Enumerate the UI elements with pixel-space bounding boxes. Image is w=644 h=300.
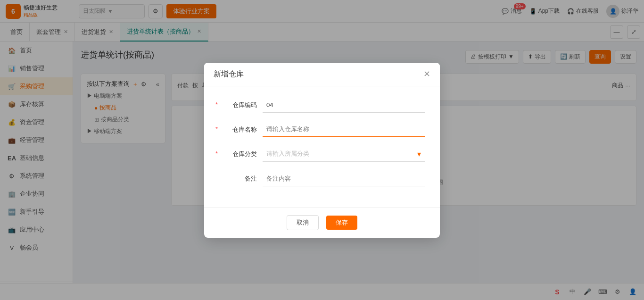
name-input[interactable] xyxy=(263,122,425,137)
code-input[interactable] xyxy=(263,98,425,113)
form-row-code: 仓库编码 xyxy=(219,98,425,113)
modal-close-icon[interactable]: ✕ xyxy=(423,69,430,79)
category-select[interactable]: 请输入所属分类 ▾ xyxy=(263,147,425,162)
modal-body: 仓库编码 仓库名称 仓库分类 请输入所属分类 ▾ 备注 xyxy=(204,86,440,207)
form-row-name: 仓库名称 xyxy=(219,122,425,137)
cancel-button[interactable]: 取消 xyxy=(287,215,319,230)
name-label: 仓库名称 xyxy=(219,125,257,134)
category-arrow-icon: ▾ xyxy=(417,150,421,158)
code-label: 仓库编码 xyxy=(219,101,257,109)
form-row-category: 仓库分类 请输入所属分类 ▾ xyxy=(219,147,425,162)
remark-label: 备注 xyxy=(219,175,257,183)
form-row-remark: 备注 xyxy=(219,171,425,186)
modal-header: 新增仓库 ✕ xyxy=(204,63,440,86)
modal-title: 新增仓库 xyxy=(214,69,244,79)
add-warehouse-modal: 新增仓库 ✕ 仓库编码 仓库名称 仓库分类 请输入所属分类 ▾ xyxy=(204,63,440,238)
save-button[interactable]: 保存 xyxy=(326,216,357,230)
category-placeholder: 请输入所属分类 xyxy=(266,150,309,158)
category-label: 仓库分类 xyxy=(219,150,257,158)
modal-footer: 取消 保存 xyxy=(204,207,440,238)
modal-overlay: 新增仓库 ✕ 仓库编码 仓库名称 仓库分类 请输入所属分类 ▾ xyxy=(0,0,644,300)
remark-input[interactable] xyxy=(263,171,425,186)
